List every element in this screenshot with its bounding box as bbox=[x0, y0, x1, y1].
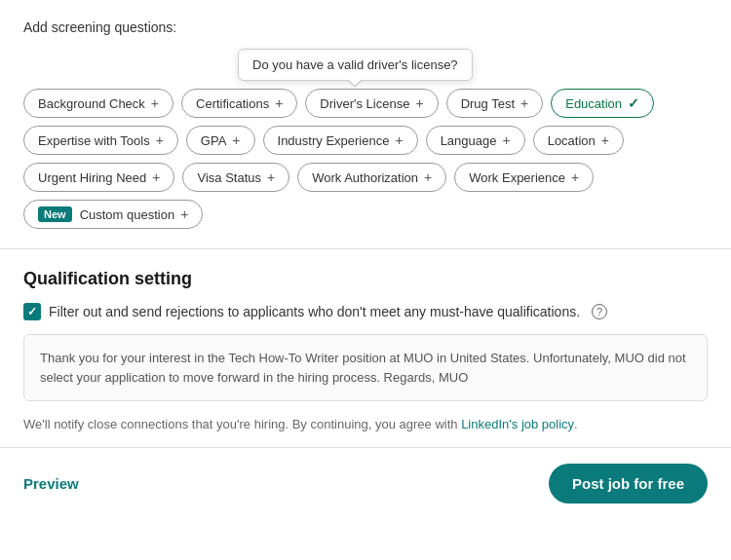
chip-icon-work-authorization: + bbox=[424, 169, 432, 185]
chips-section: Background Check + Certifications + Driv… bbox=[23, 89, 708, 229]
policy-text-before: We'll notify close connections that you'… bbox=[23, 417, 461, 431]
chip-label: Location bbox=[548, 133, 596, 148]
chip-icon-drug-test: + bbox=[520, 95, 528, 111]
preview-button[interactable]: Preview bbox=[23, 475, 79, 492]
chip-icon-custom-question: + bbox=[180, 206, 188, 222]
chip-icon-industry-experience: + bbox=[395, 132, 403, 148]
chip-certifications[interactable]: Certifications + bbox=[181, 89, 297, 118]
chip-label: Education bbox=[565, 96, 622, 111]
chip-label: Language bbox=[441, 133, 497, 148]
chip-drivers-license[interactable]: Driver's License + bbox=[305, 89, 438, 118]
tooltip-container: Do you have a valid driver's license? bbox=[238, 49, 473, 81]
chip-icon-gpa: + bbox=[232, 132, 240, 148]
chip-location[interactable]: Location + bbox=[533, 126, 624, 155]
chip-work-authorization[interactable]: Work Authorization + bbox=[297, 163, 446, 192]
chip-drug-test[interactable]: Drug Test + bbox=[446, 89, 544, 118]
qualification-title: Qualification setting bbox=[23, 269, 708, 289]
rejection-message-box: Thank you for your interest in the Tech … bbox=[23, 334, 708, 401]
chip-icon-expertise-tools: + bbox=[156, 132, 164, 148]
chip-icon-background-check: + bbox=[151, 95, 159, 111]
chip-work-experience[interactable]: Work Experience + bbox=[454, 163, 594, 192]
screening-label: Add screening questions: bbox=[23, 19, 708, 35]
chip-label: Custom question bbox=[80, 207, 175, 222]
chip-icon-language: + bbox=[502, 132, 510, 148]
chip-background-check[interactable]: Background Check + bbox=[23, 89, 173, 118]
chip-label: Background Check bbox=[38, 96, 145, 111]
tooltip-box: Do you have a valid driver's license? bbox=[238, 49, 473, 81]
chip-label: GPA bbox=[201, 133, 227, 148]
chip-label: Expertise with Tools bbox=[38, 133, 150, 148]
policy-text: We'll notify close connections that you'… bbox=[0, 417, 731, 447]
chip-label: Urgent Hiring Need bbox=[38, 170, 146, 185]
chip-icon-drivers-license: + bbox=[415, 95, 423, 111]
chip-expertise-tools[interactable]: Expertise with Tools + bbox=[23, 126, 178, 155]
info-icon[interactable]: ? bbox=[592, 304, 607, 319]
chip-custom-question[interactable]: New Custom question + bbox=[23, 200, 203, 229]
chip-icon-visa-status: + bbox=[267, 169, 275, 185]
chip-icon-urgent-hiring: + bbox=[152, 169, 160, 185]
chip-icon-work-experience: + bbox=[571, 169, 579, 185]
post-job-button[interactable]: Post job for free bbox=[549, 464, 708, 504]
filter-label: Filter out and send rejections to applic… bbox=[49, 304, 580, 319]
policy-text-after: . bbox=[574, 417, 578, 431]
chip-industry-experience[interactable]: Industry Experience + bbox=[263, 126, 418, 155]
new-badge: New bbox=[38, 206, 72, 222]
filter-checkbox-row: Filter out and send rejections to applic… bbox=[23, 303, 708, 320]
chip-label: Drug Test bbox=[461, 96, 515, 111]
policy-link[interactable]: LinkedIn's job policy bbox=[461, 417, 574, 431]
chip-label: Visa Status bbox=[197, 170, 261, 185]
chip-language[interactable]: Language + bbox=[426, 126, 525, 155]
filter-checkbox[interactable] bbox=[23, 303, 41, 320]
qualification-section: Qualification setting Filter out and sen… bbox=[0, 269, 731, 401]
chip-label: Driver's License bbox=[320, 96, 409, 111]
section-divider bbox=[0, 248, 731, 249]
chip-visa-status[interactable]: Visa Status + bbox=[182, 163, 289, 192]
chip-urgent-hiring[interactable]: Urgent Hiring Need + bbox=[23, 163, 174, 192]
bottom-bar: Preview Post job for free bbox=[0, 447, 731, 519]
chip-label: Industry Experience bbox=[278, 133, 390, 148]
chip-label: Certifications bbox=[196, 96, 269, 111]
chip-label: Work Experience bbox=[469, 170, 565, 185]
chip-icon-education: ✓ bbox=[628, 95, 639, 111]
chip-icon-certifications: + bbox=[275, 95, 283, 111]
chip-gpa[interactable]: GPA + bbox=[186, 126, 255, 155]
chip-education[interactable]: Education ✓ bbox=[551, 89, 654, 118]
chip-label: Work Authorization bbox=[312, 170, 418, 185]
chip-icon-location: + bbox=[601, 132, 609, 148]
